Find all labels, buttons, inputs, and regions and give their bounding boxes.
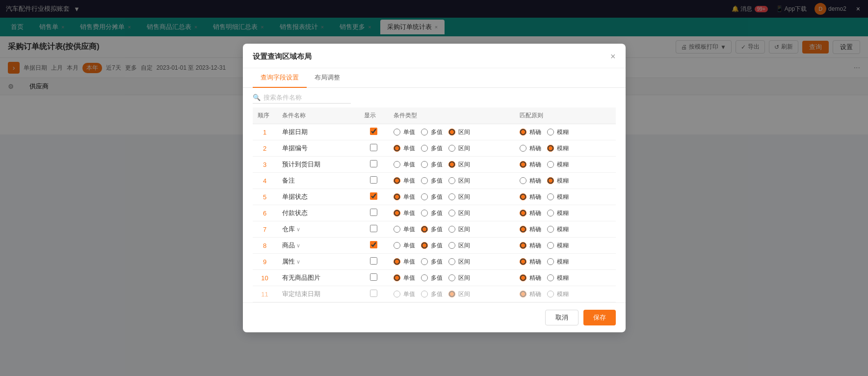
row-condition-name: 单据日期 — [277, 124, 359, 135]
col-display-header: 显示 — [359, 107, 389, 124]
row-match-cell: 精确模糊 — [515, 124, 616, 135]
col-order-header: 顺序 — [253, 107, 277, 124]
modal-tab-query[interactable]: 查询字段设置 — [253, 68, 307, 88]
col-match-header: 匹配原则 — [515, 107, 616, 124]
match-radio[interactable] — [520, 129, 526, 134]
type-radio-label[interactable]: 区间 — [448, 128, 470, 135]
search-input[interactable] — [263, 94, 342, 101]
col-name-header: 条件名称 — [277, 107, 359, 124]
search-icon: 🔍 — [253, 94, 261, 101]
type-radio[interactable] — [394, 129, 400, 134]
modal-tabs: 查询字段设置 布局调整 — [243, 68, 626, 88]
type-radio-label[interactable]: 多值 — [421, 128, 443, 135]
type-radio[interactable] — [421, 129, 428, 134]
modal-header: 设置查询区域布局 × — [243, 44, 626, 68]
row-type-cell: 单值多值区间 — [389, 124, 515, 135]
match-radio[interactable] — [547, 129, 554, 134]
display-checkbox[interactable] — [370, 128, 377, 134]
match-radio-label[interactable]: 精确 — [520, 128, 541, 135]
table-row: 1单据日期单值多值区间精确模糊 — [253, 124, 616, 135]
modal: 设置查询区域布局 × 查询字段设置 布局调整 🔍 顺序 — [243, 44, 626, 134]
modal-close-button[interactable]: × — [610, 52, 616, 62]
modal-table: 顺序 条件名称 显示 条件类型 匹配原则 1单据日期单值多值区间精确模糊2单据编… — [243, 107, 626, 134]
row-order: 1 — [253, 124, 277, 135]
row-display-cell — [359, 124, 389, 135]
modal-title: 设置查询区域布局 — [253, 52, 312, 61]
col-type-header: 条件类型 — [389, 107, 515, 124]
search-wrap: 🔍 — [253, 94, 351, 104]
modal-overlay: 设置查询区域布局 × 查询字段设置 布局调整 🔍 顺序 — [0, 0, 868, 134]
type-radio-label[interactable]: 单值 — [394, 128, 415, 135]
type-radio[interactable] — [448, 129, 455, 134]
modal-tab-layout[interactable]: 布局调整 — [307, 68, 348, 88]
match-radio-label[interactable]: 模糊 — [547, 128, 569, 135]
modal-search-area: 🔍 — [243, 88, 626, 107]
